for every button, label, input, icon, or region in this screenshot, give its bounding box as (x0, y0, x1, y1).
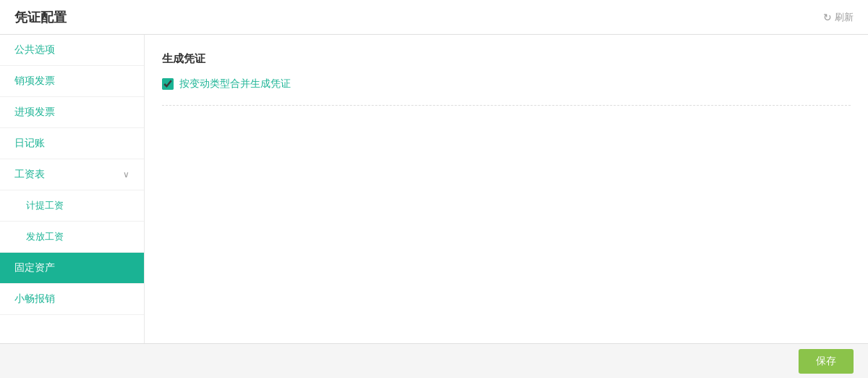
page-footer: 保存 (0, 343, 868, 378)
sidebar-item-fixed-assets[interactable]: 固定资产 (0, 253, 144, 284)
page-title: 凭证配置 (14, 9, 67, 26)
sidebar-item-label: 发放工资 (26, 230, 64, 243)
sidebar-item-label: 销项发票 (14, 75, 55, 88)
sidebar-item-label: 进项发票 (14, 106, 55, 119)
merge-checkbox[interactable] (162, 78, 174, 90)
sidebar-item-sales-invoice[interactable]: 销项发票 (0, 66, 144, 97)
sidebar-item-public-options[interactable]: 公共选项 (0, 35, 144, 66)
content-area: 生成凭证 按变动类型合并生成凭证 (145, 35, 868, 343)
sidebar-item-expense[interactable]: 小畅报销 (0, 284, 144, 315)
refresh-button[interactable]: ↻ 刷新 (823, 11, 854, 24)
merge-checkbox-label[interactable]: 按变动类型合并生成凭证 (179, 77, 291, 91)
sidebar-item-label: 公共选项 (14, 43, 55, 56)
refresh-icon: ↻ (823, 12, 832, 23)
checkbox-row: 按变动类型合并生成凭证 (162, 77, 851, 91)
sidebar-item-label: 计提工资 (26, 199, 64, 212)
sidebar-item-label: 工资表 (14, 168, 45, 181)
page-header: 凭证配置 ↻ 刷新 (0, 0, 868, 35)
main-layout: 公共选项销项发票进项发票日记账工资表∨计提工资发放工资固定资产小畅报销 生成凭证… (0, 35, 868, 343)
sidebar: 公共选项销项发票进项发票日记账工资表∨计提工资发放工资固定资产小畅报销 (0, 35, 145, 343)
sidebar-item-purchase-invoice[interactable]: 进项发票 (0, 97, 144, 128)
section-divider (162, 105, 851, 106)
section-title: 生成凭证 (162, 52, 851, 66)
chevron-down-icon: ∨ (123, 169, 129, 180)
sidebar-item-label: 小畅报销 (14, 293, 55, 306)
save-button[interactable]: 保存 (799, 349, 854, 374)
sidebar-item-calc-salary[interactable]: 计提工资 (0, 190, 144, 222)
refresh-label: 刷新 (835, 11, 854, 24)
sidebar-item-label: 日记账 (14, 137, 45, 150)
sidebar-item-payroll-table[interactable]: 工资表∨ (0, 159, 144, 190)
sidebar-item-issue-salary[interactable]: 发放工资 (0, 222, 144, 253)
sidebar-item-journal[interactable]: 日记账 (0, 128, 144, 159)
sidebar-item-label: 固定资产 (14, 261, 55, 274)
